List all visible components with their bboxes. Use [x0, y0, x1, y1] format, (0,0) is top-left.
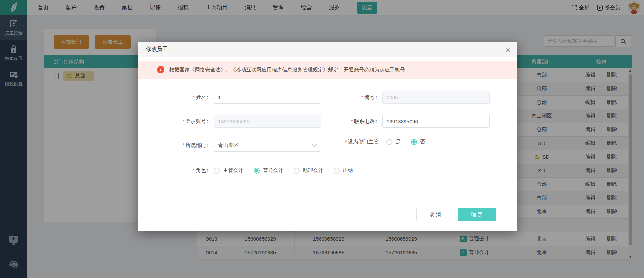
department-label: 所属部门	[186, 142, 209, 148]
field-account: *登录账号	[145, 115, 321, 128]
role-radio-出纳[interactable]: 出纳	[334, 167, 353, 174]
phone-label: 联系电话	[354, 118, 377, 124]
radio-button-icon[interactable]	[334, 168, 340, 174]
dialog-close-button[interactable]	[504, 45, 512, 54]
dialog-header: 修改员工	[138, 42, 517, 57]
role-radio-助理会计[interactable]: 助理会计	[294, 167, 323, 174]
is-manager-radio-是[interactable]: 是	[386, 139, 401, 145]
code-input	[382, 91, 490, 104]
is-manager-label: 设为部门主管	[348, 139, 381, 144]
is-manager-radio-group: 是否	[386, 139, 435, 145]
confirm-button[interactable]: 确 定	[458, 208, 496, 221]
phone-input[interactable]	[382, 115, 490, 128]
field-role: *角色 主管会计普通会计助理会计出纳	[145, 167, 363, 174]
field-name: *姓名	[145, 91, 321, 104]
field-phone: *联系电话	[313, 115, 490, 128]
cancel-button[interactable]: 取 消	[416, 208, 454, 221]
name-input[interactable]	[214, 91, 321, 104]
role-radio-普通会计[interactable]: 普通会计	[254, 167, 283, 174]
radio-label: 是	[395, 139, 401, 145]
is-manager-radio-否[interactable]: 否	[411, 139, 425, 145]
role-radio-group: 主管会计普通会计助理会计出纳	[214, 167, 363, 174]
name-label: 姓名	[196, 94, 209, 100]
account-input	[214, 115, 321, 128]
radio-button-icon[interactable]	[254, 168, 260, 174]
dialog-title: 修改员工	[146, 46, 168, 53]
notice-banner: i 根据国家《网络安全法》、《移动互联网应用程序信息服务管理规定》规定，开通账号…	[138, 61, 517, 79]
radio-label: 主管会计	[223, 167, 243, 174]
radio-label: 出纳	[343, 167, 353, 174]
role-label: 角色	[196, 167, 209, 173]
radio-label: 普通会计	[263, 167, 283, 174]
role-radio-主管会计[interactable]: 主管会计	[214, 167, 243, 174]
close-icon	[505, 47, 511, 53]
department-select-value: 青山湖区	[218, 142, 239, 149]
notice-text: 根据国家《网络安全法》、《移动互联网应用程序信息服务管理规定》规定，开通账号必须…	[169, 67, 405, 73]
field-department: *所属部门 青山湖区	[145, 139, 321, 152]
radio-label: 助理会计	[303, 167, 323, 174]
radio-button-icon[interactable]	[386, 139, 392, 145]
radio-button-icon[interactable]	[294, 168, 300, 174]
account-label: 登录账号	[186, 118, 209, 124]
field-code: *编号	[313, 91, 490, 104]
code-label: 编号	[364, 94, 377, 100]
radio-button-icon[interactable]	[411, 139, 417, 145]
radio-label: 否	[420, 139, 425, 145]
field-is-manager: *设为部门主管 是否	[313, 139, 435, 145]
radio-button-icon[interactable]	[214, 168, 220, 174]
edit-employee-dialog: 修改员工 i 根据国家《网络安全法》、《移动互联网应用程序信息服务管理规定》规定…	[138, 42, 517, 231]
info-icon: i	[157, 66, 164, 73]
department-select[interactable]: 青山湖区	[214, 139, 321, 152]
app-window: 首页客户收费票据记账报税工商项目消息管理经营服务设置 全屏 畅会员	[0, 0, 644, 278]
